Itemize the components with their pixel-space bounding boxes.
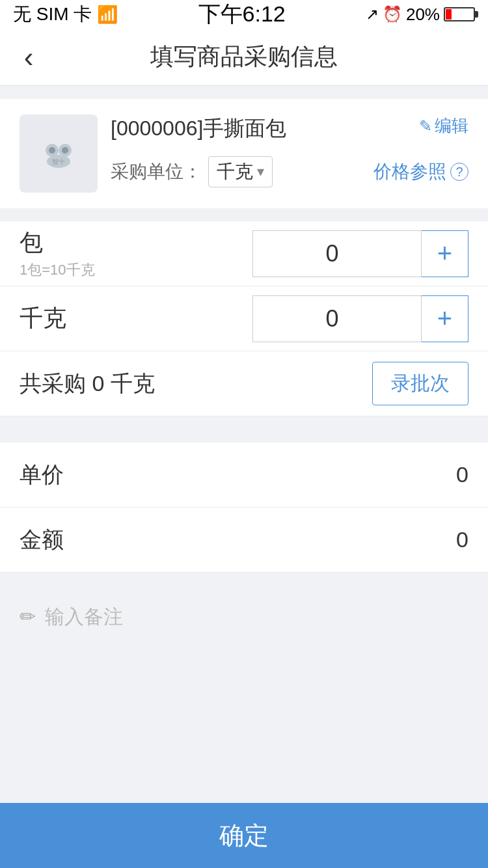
page-title: 填写商品采购信息 (150, 41, 338, 73)
unit-price-value: 0 (456, 462, 468, 487)
pack-label-sub: 1包=10千克 (20, 260, 95, 280)
kg-input-group: + (252, 295, 468, 342)
amount-row: 金额 0 (0, 508, 488, 573)
unit-row: 采购单位： 千克 ▾ 价格参照 ? (111, 156, 468, 187)
pack-input[interactable] (252, 230, 422, 277)
confirm-label: 确定 (219, 819, 269, 852)
status-right: ↗ ⏰ 20% (366, 5, 475, 25)
batch-button[interactable]: 录批次 (372, 362, 468, 405)
pack-label: 包 1包=10千克 (20, 227, 95, 280)
price-ref-button[interactable]: 价格参照 ? (373, 159, 468, 184)
help-icon: ? (450, 163, 468, 181)
unit-label: 采购单位： (111, 159, 202, 184)
confirm-bar[interactable]: 确定 (0, 803, 488, 868)
unit-dropdown-arrow: ▾ (257, 163, 264, 180)
status-time: 下午6:12 (198, 0, 286, 29)
svg-point-2 (49, 147, 55, 154)
back-icon: ‹ (24, 41, 34, 74)
unit-select[interactable]: 千克 ▾ (208, 156, 273, 187)
wifi-icon: 📶 (97, 5, 118, 25)
kg-label: 千克 (20, 303, 85, 334)
edit-button[interactable]: ✎ 编辑 (419, 115, 468, 137)
kg-input-row: 千克 + (0, 286, 488, 351)
pack-input-row: 包 1包=10千克 + (0, 221, 488, 286)
status-bar: 无 SIM 卡 📶 下午6:12 ↗ ⏰ 20% (0, 0, 488, 29)
kg-label-main: 千克 (20, 303, 85, 334)
remark-section[interactable]: ✏ 输入备注 (0, 586, 488, 651)
summary-row: 共采购 0 千克 录批次 (0, 351, 488, 416)
pack-label-main: 包 (20, 227, 95, 259)
battery-icon (444, 7, 475, 21)
location-icon: ↗ (366, 5, 379, 23)
edit-icon: ✎ (419, 117, 432, 135)
svg-text:智十: 智十 (52, 158, 65, 165)
divider-1 (0, 208, 488, 221)
unit-value: 千克 (217, 159, 253, 184)
pack-input-group: + (252, 230, 468, 277)
price-ref-label: 价格参照 (373, 159, 446, 184)
product-card: 智十 [0000006]手撕面包 ✎ 编辑 采购单位： 千克 ▾ 价格参照 ? (0, 99, 488, 208)
summary-text: 共采购 0 千克 (20, 369, 155, 399)
battery-percent: 20% (406, 5, 440, 25)
edit-label: 编辑 (435, 115, 468, 137)
product-info: [0000006]手撕面包 ✎ 编辑 采购单位： 千克 ▾ 价格参照 ? (111, 115, 468, 187)
nav-bar: ‹ 填写商品采购信息 (0, 29, 488, 86)
kg-plus-button[interactable]: + (422, 295, 468, 342)
pack-plus-button[interactable]: + (422, 230, 468, 277)
product-name-row: [0000006]手撕面包 ✎ 编辑 (111, 115, 468, 143)
amount-value: 0 (456, 527, 468, 552)
input-section: 包 1包=10千克 + 千克 + 共采购 0 千克 录批次 (0, 221, 488, 416)
status-left: 无 SIM 卡 📶 (13, 2, 118, 27)
product-thumbnail: 智十 (20, 115, 98, 193)
kg-plus-icon: + (437, 304, 452, 333)
remark-placeholder: 输入备注 (45, 604, 123, 631)
svg-point-3 (62, 147, 68, 154)
alarm-icon: ⏰ (383, 5, 402, 23)
batch-label: 录批次 (391, 372, 450, 394)
back-button[interactable]: ‹ (0, 29, 57, 86)
product-name: [0000006]手撕面包 (111, 115, 286, 143)
unit-price-label: 单价 (20, 460, 64, 490)
price-section: 单价 0 金额 0 (0, 442, 488, 573)
unit-price-row: 单价 0 (0, 442, 488, 508)
divider-2 (0, 416, 488, 429)
pencil-icon: ✏ (20, 605, 36, 628)
pack-plus-icon: + (437, 239, 452, 268)
no-sim-label: 无 SIM 卡 (13, 2, 92, 27)
amount-label: 金额 (20, 525, 64, 555)
kg-input[interactable] (252, 295, 422, 342)
